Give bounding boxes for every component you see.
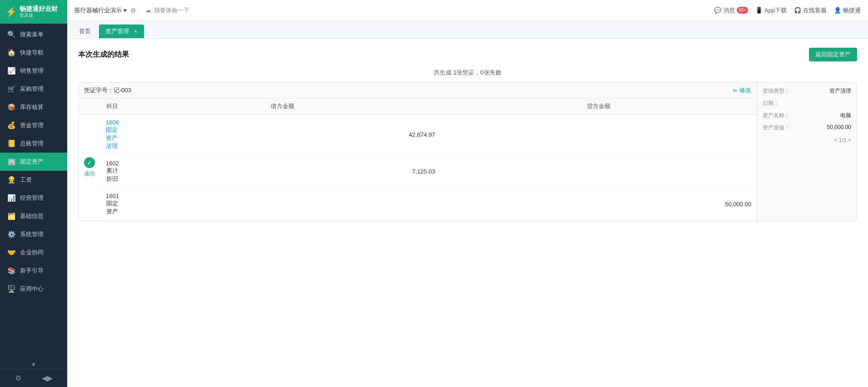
sidebar-item-label: 企业协同 — [20, 248, 44, 257]
sidebar-item-management[interactable]: 📊 经营管理 — [0, 189, 67, 207]
search-icon: 🔍 — [7, 30, 15, 39]
tab-home-label: 首页 — [79, 28, 91, 35]
guide-icon: 📚 — [7, 267, 15, 275]
summary-line: 共生成 1张凭证，0张失败 — [78, 69, 857, 77]
credit-amount-3: 50,000.00 — [441, 188, 757, 221]
account-code-2: 1602 累计折旧 — [100, 155, 124, 188]
pagination: < 1/1 > — [763, 137, 851, 144]
voucher-table: 科目 借方金额 贷方金额 ✓ 成功 — [79, 99, 757, 221]
sidebar-item-label: 销售管理 — [20, 67, 44, 75]
next-page-btn[interactable]: > — [848, 137, 851, 144]
prev-page-btn[interactable]: < — [834, 137, 838, 144]
topbar: 医疗器械行业演示 ▾ ⚙ ☁ 我要体验一下 💬 消息 99+ 📱 App下载 🎧… — [67, 0, 868, 21]
debit-col-header: 借方金额 — [124, 99, 441, 114]
account-code-1: 1606 固定资产清理 — [100, 114, 124, 155]
table-row: 1601 固定资产 50,000.00 — [79, 188, 757, 221]
assets-icon: 🏢 — [7, 158, 15, 166]
asset-name-row: 资产名称： 电脑 — [763, 112, 851, 119]
sidebar-item-label: 系统管理 — [20, 230, 44, 238]
sidebar-item-quicknav[interactable]: 🏠 快捷导航 — [0, 44, 67, 62]
headset-icon: 🎧 — [794, 7, 801, 14]
company-name: 医疗器械行业演示 — [74, 6, 122, 15]
voucher-number: 凭证字号：记-003 — [84, 86, 131, 94]
voucher-right-panel: 变动类型： 资产清理 日期： 资产名称： 电脑 资产原值： 50,000.00 — [757, 83, 857, 221]
success-status-cell: ✓ 成功 — [79, 114, 100, 221]
finance-icon: 💰 — [7, 121, 15, 129]
mobile-icon: 📱 — [755, 7, 763, 14]
sidebar-item-label: 固定资产 — [20, 158, 44, 166]
sidebar-item-basic-info[interactable]: 🗂️ 基础信息 — [0, 207, 67, 225]
edit-button[interactable]: ✏ 修改 — [733, 86, 751, 94]
message-item[interactable]: 💬 消息 99+ — [714, 6, 748, 15]
sidebar-item-assets[interactable]: 🏢 固定资产 — [0, 153, 67, 171]
online-service-item[interactable]: 🎧 在线客服 — [794, 6, 827, 15]
original-value-value: 50,000.00 — [827, 124, 851, 130]
ledger-icon: 📒 — [7, 139, 15, 148]
tab-asset-management[interactable]: 资产管理 ✕ — [99, 25, 144, 38]
sidebar-item-label: 搜索菜单 — [20, 30, 44, 39]
sidebar-item-finance[interactable]: 💰 资金管理 — [0, 116, 67, 134]
sidebar-item-search[interactable]: 🔍 搜索菜单 — [0, 25, 67, 44]
sidebar-item-sales[interactable]: 📈 销售管理 — [0, 62, 67, 80]
sidebar-item-system[interactable]: ⚙️ 系统管理 — [0, 225, 67, 243]
topbar-right: 💬 消息 99+ 📱 App下载 🎧 在线客服 👤 畅捷通 — [714, 6, 861, 15]
purchase-icon: 🛒 — [7, 85, 15, 93]
change-type-label: 变动类型： — [763, 87, 790, 95]
sidebar-item-cooperation[interactable]: 🤝 企业协同 — [0, 243, 67, 262]
sidebar-item-label: 快捷导航 — [20, 49, 44, 57]
change-type-row: 变动类型： 资产清理 — [763, 87, 851, 95]
message-badge: 99+ — [737, 7, 748, 14]
sidebar-item-ledger[interactable]: 📒 总账管理 — [0, 134, 67, 153]
table-row: 1602 累计折旧 7,125.03 — [79, 155, 757, 188]
tab-home[interactable]: 首页 — [73, 25, 97, 38]
page-title: 本次生成的结果 — [78, 50, 129, 60]
sidebar-item-apps[interactable]: 🖥️ 应用中心 — [0, 280, 67, 298]
edit-icon: ✏ — [733, 87, 738, 94]
company-dropdown-icon: ▾ — [124, 7, 127, 14]
debit-amount-1: 42,874.97 — [124, 114, 441, 155]
logo-icon: ⚡ — [5, 6, 17, 17]
salary-icon: 👷 — [7, 176, 15, 184]
return-button[interactable]: 返回固定资产 — [809, 48, 857, 61]
original-value-label: 资产原值： — [763, 124, 790, 132]
change-type-value: 资产清理 — [829, 87, 851, 95]
sidebar-item-label: 基础信息 — [20, 212, 44, 220]
sidebar-item-inventory[interactable]: 📦 库存核算 — [0, 98, 67, 116]
sidebar-nav: 🔍 搜索菜单 🏠 快捷导航 📈 销售管理 🛒 采购管理 📦 库存核算 💰 资金管… — [0, 24, 67, 360]
sidebar-item-purchase[interactable]: 🛒 采购管理 — [0, 80, 67, 98]
tab-close-icon[interactable]: ✕ — [134, 29, 138, 34]
table-row: ✓ 成功 1606 固定资产清理 42,874.97 — [79, 114, 757, 155]
cooperation-icon: 🤝 — [7, 248, 15, 257]
app-name: 畅捷通好业财 — [20, 5, 58, 13]
sidebar-item-label: 库存核算 — [20, 103, 44, 111]
experience-bar[interactable]: ☁ 我要体验一下 — [145, 6, 189, 15]
sidebar: ⚡ 畅捷通好业财 普及版 🔍 搜索菜单 🏠 快捷导航 📈 销售管理 🛒 采购管理… — [0, 0, 67, 387]
status-col-header — [79, 99, 100, 114]
date-label: 日期： — [763, 99, 779, 107]
collapse-icon[interactable]: ◀▶ — [42, 374, 53, 382]
settings-icon[interactable]: ⚙ — [15, 374, 21, 382]
asset-name-label: 资产名称： — [763, 112, 790, 119]
sidebar-item-salary[interactable]: 👷 工资 — [0, 171, 67, 189]
user-item[interactable]: 👤 畅捷通 — [834, 6, 861, 15]
tab-asset-label: 资产管理 — [105, 28, 129, 35]
account-col-header: 科目 — [100, 99, 124, 114]
message-label: 消息 — [723, 6, 735, 15]
credit-amount-1 — [441, 114, 757, 155]
app-edition: 普及版 — [20, 12, 58, 19]
sidebar-item-label: 工资 — [20, 176, 32, 184]
app-download-item[interactable]: 📱 App下载 — [755, 6, 787, 15]
debit-amount-2: 7,125.03 — [124, 155, 441, 188]
sidebar-item-guide[interactable]: 📚 新手引导 — [0, 262, 67, 280]
experience-label: 我要体验一下 — [154, 6, 189, 15]
date-row: 日期： — [763, 99, 851, 107]
sidebar-item-label: 应用中心 — [20, 285, 44, 293]
sidebar-scroll-down[interactable]: ▼ — [31, 362, 36, 368]
quicknav-icon: 🏠 — [7, 49, 15, 57]
sidebar-item-label: 总账管理 — [20, 139, 44, 148]
company-selector[interactable]: 医疗器械行业演示 ▾ — [74, 6, 127, 15]
settings-gear-icon[interactable]: ⚙ — [130, 7, 136, 14]
online-service-label: 在线客服 — [803, 6, 827, 15]
management-icon: 📊 — [7, 194, 15, 202]
sidebar-item-label: 新手引导 — [20, 267, 44, 275]
